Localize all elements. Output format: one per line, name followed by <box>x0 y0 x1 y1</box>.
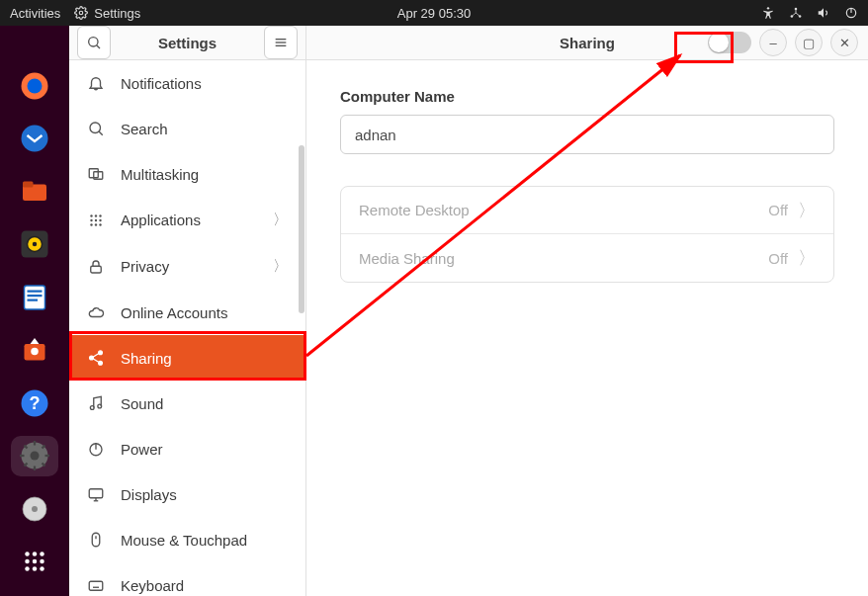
dock-firefox[interactable] <box>11 65 58 107</box>
minimize-button[interactable]: – <box>759 29 787 56</box>
sidebar-item-label: Sharing <box>121 350 172 367</box>
svg-rect-62 <box>91 266 102 273</box>
activities-button[interactable]: Activities <box>10 6 60 21</box>
svg-point-0 <box>80 11 84 15</box>
svg-rect-17 <box>28 295 43 297</box>
row-status: Off <box>768 202 788 218</box>
settings-sidebar: NotificationsSearchMultitaskingApplicati… <box>69 60 306 596</box>
svg-point-39 <box>33 559 38 564</box>
svg-rect-15 <box>25 286 45 309</box>
sidebar-item-sharing[interactable]: Sharing <box>69 335 305 381</box>
dock-rhythmbox[interactable] <box>11 224 58 266</box>
svg-point-53 <box>90 214 92 216</box>
row-status: Off <box>768 250 788 267</box>
svg-point-37 <box>40 553 44 557</box>
svg-point-20 <box>31 348 39 356</box>
settings-window: Settings Sharing – ▢ ✕ NotificationsSear… <box>69 26 868 596</box>
sidebar-item-label: Online Accounts <box>121 304 227 321</box>
svg-point-14 <box>33 242 38 247</box>
svg-point-61 <box>99 223 101 225</box>
sidebar-item-applications[interactable]: Applications〉 <box>69 197 305 243</box>
multitask-icon <box>87 165 105 183</box>
lock-icon <box>87 258 105 276</box>
sidebar-item-label: Notifications <box>121 75 202 92</box>
dock-software[interactable] <box>11 330 58 372</box>
close-button[interactable]: ✕ <box>830 29 858 56</box>
svg-point-24 <box>31 452 40 461</box>
sidebar-item-label: Sound <box>121 395 163 412</box>
sidebar-item-label: Displays <box>121 486 177 503</box>
svg-point-49 <box>90 123 101 133</box>
power-menu-icon[interactable] <box>844 6 858 20</box>
search-icon <box>87 120 105 137</box>
sidebar-item-power[interactable]: Power <box>69 426 305 471</box>
svg-rect-16 <box>28 290 43 292</box>
sidebar-item-label: Search <box>121 121 168 137</box>
topbar-app-label[interactable]: Settings <box>94 6 140 21</box>
svg-point-42 <box>33 567 38 572</box>
chevron-right-icon: 〉 <box>798 199 816 222</box>
sidebar-item-label: Multitasking <box>121 166 199 183</box>
display-icon <box>87 485 105 503</box>
sidebar-item-notifications[interactable]: Notifications <box>69 60 305 106</box>
svg-rect-75 <box>92 533 100 547</box>
dock-disc[interactable] <box>11 488 58 530</box>
sidebar-item-label: Applications <box>121 212 201 228</box>
svg-point-36 <box>33 553 38 557</box>
sidebar-item-search[interactable]: Search <box>69 106 305 151</box>
volume-icon[interactable] <box>817 6 830 20</box>
settings-title: Settings <box>117 35 258 51</box>
sharing-row-media-sharing[interactable]: Media SharingOff〉 <box>341 234 833 282</box>
svg-rect-18 <box>28 298 39 300</box>
svg-point-68 <box>90 406 94 410</box>
sidebar-item-displays[interactable]: Displays <box>69 471 305 517</box>
svg-line-45 <box>97 45 100 48</box>
search-button[interactable] <box>77 26 111 59</box>
svg-point-40 <box>40 559 44 564</box>
dock-help[interactable]: ? <box>11 383 58 424</box>
dock-writer[interactable] <box>11 277 58 318</box>
svg-line-50 <box>99 131 103 135</box>
computer-name-label: Computer Name <box>340 88 834 105</box>
clock[interactable]: Apr 29 05:30 <box>397 6 471 21</box>
svg-line-66 <box>93 354 99 358</box>
svg-point-44 <box>89 38 98 46</box>
dock-files[interactable] <box>11 171 58 213</box>
sidebar-item-online-accounts[interactable]: Online Accounts <box>69 290 305 335</box>
svg-point-54 <box>95 214 97 216</box>
mouse-icon <box>87 531 105 549</box>
sidebar-item-label: Privacy <box>121 258 169 275</box>
svg-point-43 <box>40 567 44 572</box>
sidebar-item-multitasking[interactable]: Multitasking <box>69 151 305 197</box>
svg-point-59 <box>90 223 92 225</box>
cloud-icon <box>87 303 105 321</box>
share-icon <box>87 349 105 367</box>
sidebar-item-mouse-touchpad[interactable]: Mouse & Touchpad <box>69 517 305 562</box>
hamburger-button[interactable] <box>264 26 298 59</box>
power-icon <box>87 440 105 458</box>
accessibility-icon[interactable] <box>761 6 775 20</box>
svg-point-57 <box>95 218 97 220</box>
row-label: Media Sharing <box>359 250 455 267</box>
gnome-topbar: Activities Settings Apr 29 05:30 <box>0 0 868 26</box>
gear-icon <box>74 6 88 20</box>
computer-name-input[interactable] <box>340 115 834 154</box>
svg-point-69 <box>98 404 102 408</box>
dock-thunderbird[interactable] <box>11 119 58 160</box>
dock-show-apps[interactable] <box>11 542 58 583</box>
svg-point-1 <box>767 7 769 9</box>
sharing-master-toggle[interactable] <box>708 32 751 53</box>
dock-settings[interactable] <box>11 436 58 477</box>
chevron-right-icon: 〉 <box>798 246 816 270</box>
maximize-button[interactable]: ▢ <box>795 29 823 56</box>
sidebar-item-privacy[interactable]: Privacy〉 <box>69 243 305 290</box>
chevron-right-icon: 〉 <box>273 211 288 229</box>
keyboard-icon <box>87 576 105 594</box>
sidebar-item-keyboard[interactable]: Keyboard <box>69 562 305 596</box>
svg-rect-72 <box>89 489 103 498</box>
sidebar-item-sound[interactable]: Sound <box>69 381 305 426</box>
scrollbar[interactable] <box>299 145 304 313</box>
network-icon[interactable] <box>789 6 803 20</box>
svg-rect-11 <box>23 181 34 187</box>
sharing-row-remote-desktop[interactable]: Remote DesktopOff〉 <box>341 187 833 234</box>
